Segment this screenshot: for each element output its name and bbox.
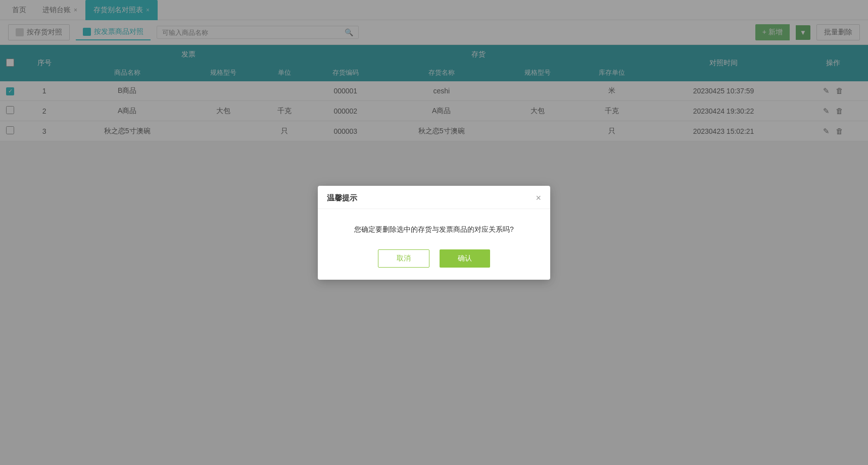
dialog-overlay: 温馨提示 × 您确定要删除选中的存货与发票商品的对应关系吗? 取消 确认 (0, 0, 868, 141)
